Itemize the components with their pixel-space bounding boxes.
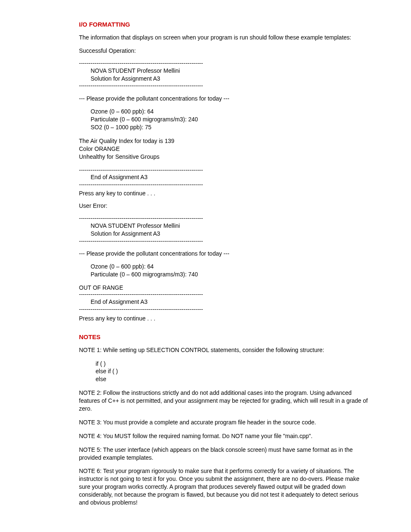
success-inputs-block: Ozone (0 – 600 ppb): 64 Particulate (0 –…	[79, 108, 369, 131]
document-page: I/O FORMATTING The information that disp…	[0, 0, 411, 529]
dash-separator: ----------------------------------------…	[79, 167, 369, 174]
aqi-value-line: The Air Quality Index for today is 139	[79, 137, 369, 145]
error-header-block: ----------------------------------------…	[79, 215, 369, 244]
error-inputs-block: Ozone (0 – 600 ppb): 64 Particulate (0 –…	[79, 263, 369, 278]
user-error-label: User Error:	[79, 202, 369, 209]
end-of-assignment-line: End of Assignment A3	[79, 298, 369, 306]
header-student-line: NOVA STUDENT Professor Mellini	[91, 222, 369, 230]
note-4: NOTE 4: You MUST follow the required nam…	[79, 432, 369, 440]
dash-separator: ----------------------------------------…	[79, 181, 369, 188]
aqi-color-line: Color ORANGE	[79, 145, 369, 153]
dash-separator: ----------------------------------------…	[79, 291, 369, 298]
header-solution-line: Solution for Assignment A3	[91, 230, 369, 238]
header-solution-line: Solution for Assignment A3	[91, 75, 369, 83]
dash-separator: ----------------------------------------…	[79, 238, 369, 245]
notes-heading: NOTES	[79, 333, 369, 340]
prompt-line: --- Please provide the pollutant concent…	[79, 95, 369, 102]
success-footer-block: ----------------------------------------…	[79, 167, 369, 188]
dash-separator: ----------------------------------------…	[79, 82, 369, 89]
note-5: NOTE 5: The user interface (which appear…	[79, 446, 369, 462]
success-header-block: ----------------------------------------…	[79, 60, 369, 89]
intro-paragraph: The information that displays on screen …	[79, 34, 369, 42]
successful-operation-label: Successful Operation:	[79, 47, 369, 54]
out-of-range-line: OUT OF RANGE	[79, 284, 369, 291]
note-1: NOTE 1: While setting up SELECTION CONTR…	[79, 346, 369, 354]
ozone-input-line: Ozone (0 – 600 ppb): 64	[91, 108, 369, 116]
ozone-input-line: Ozone (0 – 600 ppb): 64	[91, 263, 369, 271]
dash-separator: ----------------------------------------…	[79, 60, 369, 67]
aqi-health-line: Unhealthy for Sensitive Groups	[79, 153, 369, 161]
so2-input-line: SO2 (0 – 1000 ppb): 75	[91, 123, 369, 131]
if-line: if ( )	[96, 360, 369, 368]
end-of-assignment-line: End of Assignment A3	[79, 173, 369, 181]
note-3: NOTE 3: You must provide a complete and …	[79, 419, 369, 426]
press-any-key-line: Press any key to continue . . .	[79, 315, 369, 323]
particulate-input-line: Particulate (0 – 600 migrograms/m3): 240	[91, 116, 369, 123]
header-student-line: NOVA STUDENT Professor Mellini	[91, 67, 369, 75]
dash-separator: ----------------------------------------…	[79, 215, 369, 222]
io-formatting-heading: I/O FORMATTING	[79, 21, 369, 28]
note-6: NOTE 6: Test your program rigorously to …	[79, 467, 369, 506]
note-2: NOTE 2: Follow the instructions strictly…	[79, 389, 369, 413]
press-any-key-line: Press any key to continue . . .	[79, 190, 369, 197]
error-footer-block: ----------------------------------------…	[79, 291, 369, 313]
dash-separator: ----------------------------------------…	[79, 306, 369, 313]
particulate-error-line: Particulate (0 – 600 migrograms/m3): 740	[91, 271, 369, 278]
aqi-result-block: The Air Quality Index for today is 139 C…	[79, 137, 369, 161]
else-if-line: else if ( )	[96, 367, 369, 375]
selection-structure-block: if ( ) else if ( ) else	[79, 360, 369, 384]
else-line: else	[96, 375, 369, 383]
prompt-line: --- Please provide the pollutant concent…	[79, 250, 369, 257]
